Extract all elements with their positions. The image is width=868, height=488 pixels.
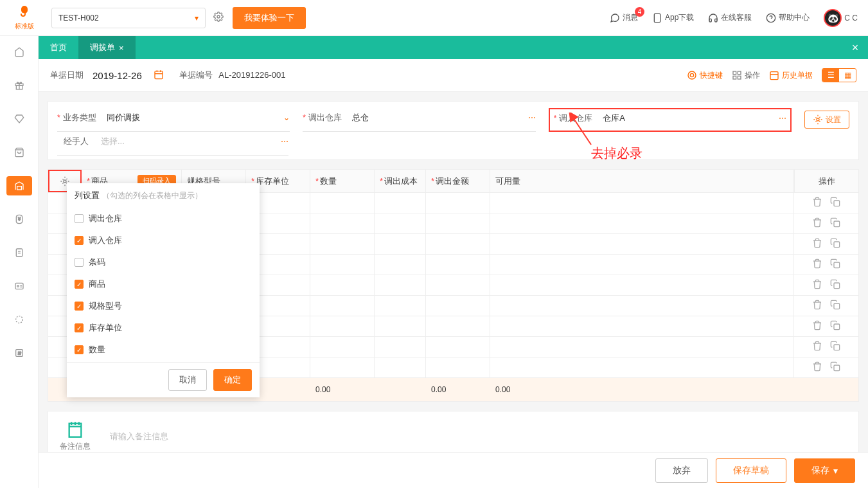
nav-warehouse-icon[interactable]	[6, 176, 32, 195]
help-center-link[interactable]: 帮助中心	[766, 12, 810, 23]
form-settings-button[interactable]: 设置	[804, 111, 849, 129]
checkbox-icon: ✓	[75, 280, 84, 289]
save-button[interactable]: 保存 ▾	[794, 458, 855, 483]
copy-icon[interactable]	[830, 238, 840, 250]
col-amount: *调出金额	[426, 170, 490, 192]
settings-gear-icon[interactable]	[213, 12, 224, 24]
delete-icon[interactable]	[812, 341, 822, 353]
more-icon[interactable]: ⋯	[281, 137, 288, 146]
more-icon[interactable]: ⋯	[779, 114, 786, 123]
more-icon[interactable]: ⋯	[528, 113, 536, 122]
biz-type-field[interactable]: * 业务类型 同价调拨 ⌄	[57, 108, 290, 132]
operate-label: 操作	[745, 70, 760, 81]
calendar-icon[interactable]	[154, 69, 164, 82]
column-option[interactable]: 调出仓库	[75, 208, 252, 230]
col-cost-label: 调出成本	[384, 176, 418, 187]
trial-button[interactable]: 我要体验一下	[233, 7, 306, 29]
logo-text: 标准版	[15, 22, 34, 31]
column-option[interactable]: ✓商品	[75, 273, 252, 295]
nav-clipboard-icon[interactable]	[6, 243, 32, 262]
svg-rect-33	[733, 76, 736, 79]
col-amount-label: 调出金额	[436, 176, 469, 187]
popup-body[interactable]: 调出仓库✓调入仓库条码✓商品✓规格型号✓库存单位✓数量单位2	[67, 208, 260, 362]
delete-icon[interactable]	[812, 217, 822, 230]
nav-diamond-icon[interactable]	[6, 109, 32, 129]
column-option-label: 调入仓库	[89, 235, 122, 246]
view-grid-icon[interactable]: ▦	[839, 69, 856, 82]
app-download-link[interactable]: App下载	[652, 12, 694, 23]
required-marker: *	[57, 113, 60, 122]
cancel-button[interactable]: 取消	[168, 369, 207, 391]
view-list-icon[interactable]: ☰	[822, 69, 839, 82]
nav-id-icon[interactable]	[6, 276, 32, 296]
column-option[interactable]: ✓数量	[75, 339, 252, 361]
delete-icon[interactable]	[812, 258, 822, 271]
required-marker: *	[554, 114, 557, 123]
discard-button[interactable]: 放弃	[655, 458, 708, 483]
close-icon[interactable]: ×	[119, 43, 124, 53]
column-option[interactable]: ✓库存单位	[75, 317, 252, 339]
nav-home-icon[interactable]	[6, 42, 32, 62]
svg-rect-48	[69, 424, 82, 437]
chevron-down-icon[interactable]: ⌄	[283, 113, 290, 122]
nav-ring-icon[interactable]	[6, 310, 32, 329]
copy-icon[interactable]	[830, 217, 840, 230]
col-qty: *数量	[310, 170, 375, 192]
in-warehouse-field[interactable]: * 调入仓库 仓库A ⋯	[549, 108, 792, 132]
copy-icon[interactable]	[830, 279, 840, 291]
svg-rect-41	[834, 242, 840, 248]
svg-rect-45	[834, 324, 840, 330]
delete-icon[interactable]	[812, 300, 822, 312]
copy-icon[interactable]	[830, 197, 840, 209]
date-value[interactable]: 2019-12-26	[93, 70, 142, 81]
copy-icon[interactable]	[830, 341, 840, 353]
confirm-button[interactable]: 确定	[213, 369, 252, 391]
delete-icon[interactable]	[812, 279, 822, 291]
copy-icon[interactable]	[830, 320, 840, 332]
footer-actions: 放弃 保存草稿 保存 ▾	[39, 452, 868, 488]
nav-money-icon[interactable]: ¥	[6, 210, 32, 229]
column-option[interactable]: 条码	[75, 251, 252, 273]
checkbox-icon: ✓	[75, 236, 84, 245]
doc-header-right: 快捷键 操作 历史单据 ☰ ▦	[687, 68, 856, 82]
delete-icon[interactable]	[812, 320, 822, 332]
popup-header: 列设置 （勾选的列会在表格中显示）	[67, 183, 260, 208]
handler-field[interactable]: 经手人 选择... ⋯	[57, 132, 288, 156]
column-option[interactable]: ✓调入仓库	[75, 230, 252, 251]
copy-icon[interactable]	[830, 258, 840, 271]
col-avail: 可用量	[490, 170, 794, 192]
history-label: 历史单据	[782, 70, 813, 81]
user-menu[interactable]: 🐼 C C	[824, 9, 858, 27]
checkbox-icon: ✓	[75, 302, 84, 311]
delete-icon[interactable]	[812, 238, 822, 250]
nav-gift-icon[interactable]	[6, 76, 32, 95]
operate-link[interactable]: 操作	[732, 70, 760, 81]
nav-bag-icon[interactable]	[6, 143, 32, 162]
copy-icon[interactable]	[830, 300, 840, 312]
column-option[interactable]: ✓规格型号	[75, 295, 252, 317]
tabs-close-all[interactable]: ×	[842, 36, 868, 59]
tab-transfer[interactable]: 调拨单 ×	[78, 36, 136, 59]
messages-link[interactable]: 消息 4	[610, 12, 638, 23]
svg-text:新: 新	[17, 351, 21, 355]
history-link[interactable]: 历史单据	[769, 70, 813, 81]
user-name: C C	[844, 14, 858, 23]
out-warehouse-field[interactable]: * 调出仓库 总仓 ⋯	[303, 108, 535, 132]
docnum-label: 单据编号	[179, 70, 213, 80]
annotation-text: 去掉必录	[591, 145, 642, 162]
shortcut-link[interactable]: 快捷键	[687, 70, 723, 81]
remark-input[interactable]: 请输入备注信息	[110, 431, 847, 442]
column-option-label: 商品	[89, 278, 105, 290]
delete-icon[interactable]	[812, 361, 822, 374]
delete-icon[interactable]	[812, 197, 822, 209]
online-cs-link[interactable]: 在线客服	[708, 12, 752, 23]
tab-home[interactable]: 首页	[39, 36, 78, 59]
copy-icon[interactable]	[830, 361, 840, 374]
messages-badge: 4	[635, 7, 644, 17]
nav-new-icon[interactable]: 新	[6, 343, 32, 363]
branch-selector[interactable]: TEST-H002 ▾	[51, 8, 206, 28]
save-draft-button[interactable]: 保存草稿	[716, 458, 786, 483]
col-qty-label: 数量	[320, 176, 337, 187]
tab-transfer-label: 调拨单	[90, 42, 115, 53]
svg-point-37	[817, 118, 819, 121]
